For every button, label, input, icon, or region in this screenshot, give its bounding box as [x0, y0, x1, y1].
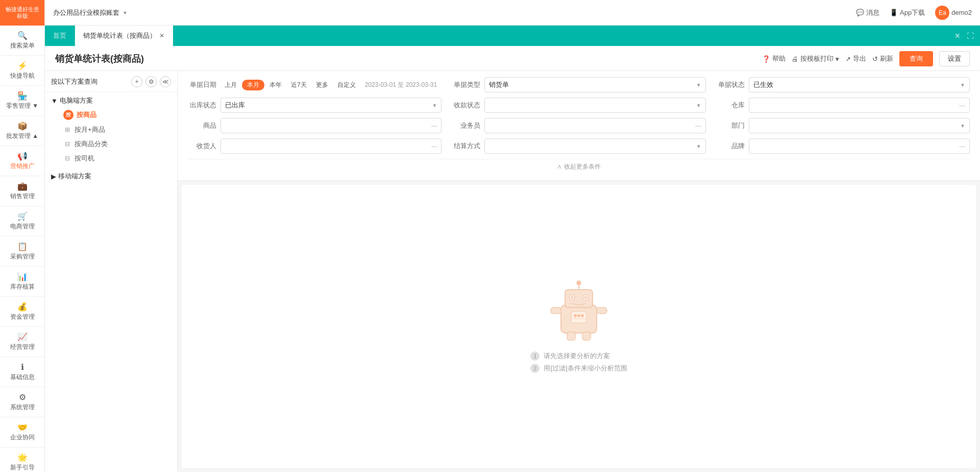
doctype-select[interactable]: 销货单 ▼	[484, 77, 705, 92]
mobile-group-header[interactable]: ▶ 移动端方案	[51, 172, 171, 181]
left-panel-collapse-btn[interactable]: ≪	[160, 76, 171, 87]
department-label: 部门	[716, 121, 745, 130]
date-btn-7days[interactable]: 近7天	[287, 80, 311, 90]
docstatus-value: 已生效	[753, 80, 773, 89]
filter-field-date: 单据日期 上月 本月 本年 近7天 更多 自定义 20	[188, 80, 442, 90]
marketing-icon: 📢	[3, 151, 42, 161]
date-range-text: 2023-03-01 至 2023-03-31	[365, 81, 437, 89]
empty-state: 1 请先选择要分析的方案 2 用[过滤]条件来缩小分析范围	[182, 185, 976, 468]
sidebar-item-ecommerce[interactable]: 🛒 电商管理	[0, 206, 44, 237]
sidebar-item-marketing[interactable]: 📢 营销推广	[0, 146, 44, 176]
wholesale-expand-icon: ▲	[32, 132, 38, 139]
tab-expand-btn[interactable]: ⛶	[965, 30, 976, 42]
help-label: 帮助	[772, 54, 786, 63]
print-icon: 🖨	[792, 55, 798, 63]
collapse-label: ∧ 收起更多条件	[557, 163, 600, 170]
search-icon: 🔍	[3, 31, 42, 40]
tab-close-btn[interactable]: ✕	[952, 30, 963, 42]
product-select[interactable]: ···	[220, 118, 442, 133]
svg-point-7	[577, 281, 581, 285]
warehouse-select[interactable]: ···	[749, 98, 970, 113]
topbar-message-btn[interactable]: 💬 消息	[856, 8, 879, 17]
recipient-select[interactable]: ···	[220, 138, 442, 154]
tab-report[interactable]: 销货单统计表（按商品） ✕	[75, 26, 173, 46]
salesperson-dots[interactable]: ···	[695, 122, 701, 130]
scheme-item-by-month-product-label: 按月+商品	[75, 125, 105, 134]
scheme-item-by-warehouse[interactable]: ⊟ 按司机	[59, 151, 171, 166]
refresh-btn[interactable]: ↺ 刷新	[872, 54, 893, 63]
sidebar-item-search[interactable]: 🔍 搜索菜单	[0, 26, 44, 56]
sidebar-item-quicknav[interactable]: ⚡ 快捷导航	[0, 56, 44, 86]
doctype-value: 销货单	[489, 80, 509, 89]
topbar-appdownload-label: App下载	[900, 8, 925, 17]
date-btn-custom[interactable]: 自定义	[333, 80, 360, 90]
tab-report-close[interactable]: ✕	[159, 32, 164, 39]
date-btn-lastmonth[interactable]: 上月	[220, 80, 241, 90]
sidebar-item-system[interactable]: ⚙ 系统管理	[0, 387, 44, 417]
department-select[interactable]: ▼	[749, 118, 970, 133]
logo-text: 畅捷通好生意 标版	[6, 6, 39, 19]
settings-btn[interactable]: 设置	[939, 51, 970, 66]
sidebar-item-sales[interactable]: 💼 销售管理	[0, 176, 44, 206]
outstatus-select[interactable]: 已出库 ▼	[220, 98, 442, 113]
topbar-username: demo2	[951, 9, 972, 16]
scheme-item-by-product[interactable]: 按 按商品	[59, 107, 171, 123]
sidebar-item-wholesale[interactable]: 📦 批发管理 ▲	[0, 116, 44, 146]
sidebar-item-basic-label: 基础信息	[10, 373, 35, 381]
sidebar-item-finance[interactable]: 💰 资金管理	[0, 297, 44, 327]
date-btn-thismonth[interactable]: 本月	[242, 80, 264, 90]
sidebar: 畅捷通好生意 标版 🔍 搜索菜单 ⚡ 快捷导航 🏪 零售管理 ▼ 📦 批发管理 …	[0, 0, 45, 472]
left-panel-settings-btn[interactable]: ⚙	[145, 76, 157, 87]
empty-hint-1: 1 请先选择要分析的方案	[530, 351, 627, 361]
print-btn[interactable]: 🖨 按模板打印 ▾	[792, 54, 839, 63]
payment-select[interactable]: ▼	[484, 98, 705, 113]
desktop-group-header[interactable]: ▼ 电脑端方案	[51, 96, 171, 105]
brand-select[interactable]: ···	[749, 138, 970, 154]
svg-rect-10	[567, 332, 575, 340]
sidebar-item-retail[interactable]: 🏪 零售管理 ▼	[0, 86, 44, 116]
scheme-item-by-month-product[interactable]: ⊞ 按月+商品	[59, 123, 171, 137]
sidebar-item-inventory[interactable]: 📊 库存核算	[0, 267, 44, 297]
docstatus-select[interactable]: 已生效 ▼	[749, 77, 970, 92]
payment-method-select[interactable]: ▼	[484, 138, 705, 154]
page-title-bar: 销货单统计表(按商品) ❓ 帮助 🖨 按模板打印 ▾ ↗ 导出 ↺ 刷新	[45, 46, 980, 71]
date-btn-thisyear[interactable]: 本年	[265, 80, 286, 90]
sidebar-item-newguide[interactable]: 🌟 新手引导	[0, 447, 44, 472]
date-label: 单据日期	[188, 80, 216, 89]
filter-row-2: 出库状态 已出库 ▼ 收款状态 ▼	[188, 98, 970, 113]
tabbar-controls: ✕ ⛶	[952, 26, 980, 46]
tab-home[interactable]: 首页	[45, 26, 75, 46]
filter-field-salesperson: 业务员 ···	[452, 118, 705, 133]
page-actions: ❓ 帮助 🖨 按模板打印 ▾ ↗ 导出 ↺ 刷新 查询 设置	[762, 51, 970, 66]
sidebar-item-purchase[interactable]: 📋 采购管理	[0, 237, 44, 267]
empty-hint-1-text: 请先选择要分析的方案	[544, 351, 610, 361]
product-dots[interactable]: ···	[431, 122, 437, 130]
query-btn[interactable]: 查询	[899, 51, 933, 66]
filter-row-1: 单据日期 上月 本月 本年 近7天 更多 自定义 20	[188, 77, 970, 92]
sales-icon: 💼	[3, 181, 42, 191]
sidebar-item-cooperation[interactable]: 🤝 企业协同	[0, 417, 44, 447]
recipient-dots[interactable]: ···	[431, 142, 437, 150]
brand-dots[interactable]: ···	[959, 142, 965, 150]
help-btn[interactable]: ❓ 帮助	[762, 54, 786, 63]
salesperson-label: 业务员	[452, 121, 480, 130]
warehouse-dots[interactable]: ···	[959, 101, 965, 109]
filter-row-4: 收货人 ··· 结算方式 ▼	[188, 138, 970, 154]
date-btn-more[interactable]: 更多	[312, 80, 332, 90]
left-panel-add-btn[interactable]: +	[131, 76, 142, 87]
sidebar-item-basic[interactable]: ℹ 基础信息	[0, 357, 44, 387]
export-btn[interactable]: ↗ 导出	[845, 54, 866, 63]
empty-num-2: 2	[530, 364, 540, 373]
date-quick-btns: 上月 本月 本年 近7天 更多 自定义	[220, 80, 360, 90]
scheme-item-by-category[interactable]: ⊟ 按商品分类	[59, 137, 171, 151]
docstatus-arrow: ▼	[960, 82, 965, 88]
robot-illustration	[546, 277, 612, 343]
sidebar-item-operations[interactable]: 📈 经营管理	[0, 327, 44, 357]
sidebar-item-inventory-label: 库存核算	[10, 283, 35, 290]
filter-field-payment-method: 结算方式 ▼	[452, 138, 705, 154]
topbar-appdownload-btn[interactable]: 📱 App下载	[890, 8, 925, 17]
collapse-bar[interactable]: ∧ 收起更多条件	[188, 159, 970, 174]
salesperson-select[interactable]: ···	[484, 118, 705, 133]
topbar-user-area[interactable]: Ea demo2	[935, 6, 972, 20]
topbar-dropdown-arrow[interactable]: ▾	[124, 9, 127, 16]
